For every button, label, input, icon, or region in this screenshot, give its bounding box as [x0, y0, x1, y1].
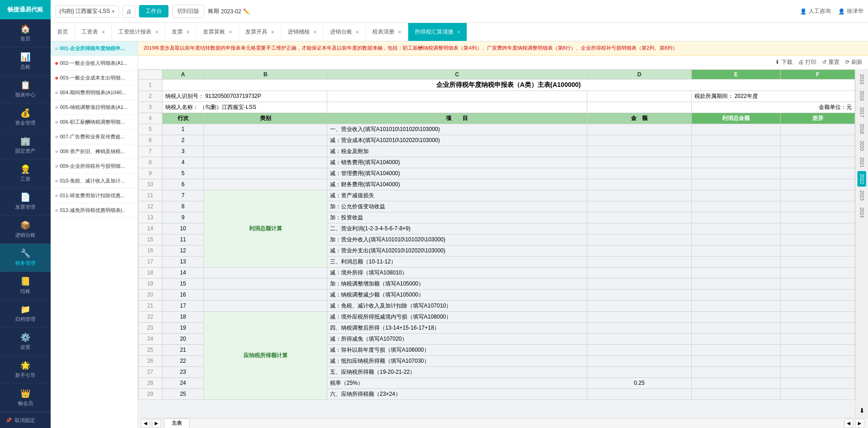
tab-income-tax-close[interactable]: ×: [457, 29, 460, 35]
sidebar-item-funds[interactable]: 💰 资金管理: [0, 103, 51, 131]
status-dot: [55, 62, 58, 65]
list-item-001-label: 001-企业所得税年度纳税申...: [60, 45, 125, 52]
sidebar-item-home[interactable]: 🏠 首页: [0, 19, 51, 47]
list-item-011-label: 011-研发费用加计扣除优惠...: [60, 192, 125, 199]
tab-invoice-close[interactable]: ×: [186, 29, 190, 35]
tab-tax-list[interactable]: 税表清册 ×: [366, 23, 408, 41]
tab-invoice[interactable]: 发票 ×: [165, 23, 197, 41]
list-item-001[interactable]: 001-企业所得税年度纳税申...: [51, 41, 138, 56]
status-dot: [55, 77, 58, 80]
download-button[interactable]: ⬇ 下载: [775, 58, 793, 66]
list-item-002[interactable]: 002-一般企业收入明细表(A1...: [51, 56, 138, 71]
sidebar-item-inout[interactable]: 📦 进销台账: [0, 216, 51, 244]
tab-salary-stats-label: 工资统计报表: [118, 28, 151, 36]
tab-income-tax[interactable]: 所得税汇算清缴 ×: [408, 23, 467, 41]
list-item-005[interactable]: 005-纳税调整项目明细表(A1...: [51, 100, 138, 115]
refresh-icon: ⟳: [845, 59, 850, 65]
user-profile[interactable]: 👤 徐泽华: [838, 7, 863, 15]
salary-icon: 👷: [20, 164, 30, 174]
list-panel: 001-企业所得税年度纳税申... 002-一般企业收入明细表(A1... 00…: [51, 41, 138, 428]
year-2018[interactable]: 2018: [857, 121, 866, 137]
tab-salary-stats[interactable]: 工资统计报表 ×: [112, 23, 165, 41]
reset-icon: ↺: [822, 59, 827, 65]
ledger-icon: 📊: [20, 52, 30, 62]
year-2016[interactable]: 2016: [857, 88, 866, 103]
sidebar-item-reports[interactable]: 📋 报表中心: [0, 75, 51, 103]
sidebar-item-assets[interactable]: 🏢 固定资产: [0, 131, 51, 160]
tab-inout-check-close[interactable]: ×: [313, 29, 317, 35]
print-icon-btn[interactable]: 🖨: [122, 5, 135, 18]
switch-version-button[interactable]: 切到旧版: [172, 5, 204, 18]
sidebar-item-archive[interactable]: 📁 归档管理: [0, 300, 51, 328]
scroll-right-btn[interactable]: ▶: [855, 419, 864, 428]
list-item-012[interactable]: 012-减免所得税优惠明细表(..: [51, 203, 138, 218]
tab-tax-list-close[interactable]: ×: [398, 29, 401, 35]
settle-icon: 📒: [20, 276, 30, 286]
year-2017[interactable]: 2017: [857, 104, 866, 120]
main-area: (勾削) 江西服宝-LSS ▾ 🖨 工作台 切到旧版 账期 2023-02 ✏️…: [51, 0, 868, 428]
sidebar-item-member[interactable]: 👑 畅会员: [0, 384, 51, 412]
sidebar-item-tax[interactable]: 🔧 税务管理: [0, 244, 51, 272]
ai-consult-btn[interactable]: 👤 人工咨询: [800, 7, 831, 15]
workspace-button[interactable]: 工作台: [139, 5, 168, 17]
sheet-prev-btn[interactable]: ◀: [141, 419, 150, 428]
tab-inout-ledger-close[interactable]: ×: [356, 29, 359, 35]
sidebar-item-settle[interactable]: 📒 结账: [0, 272, 51, 300]
table-row: 11 7 利润总额计算 减：资产减值损失: [139, 190, 855, 201]
year-2023[interactable]: 2023: [857, 188, 866, 203]
tab-invoice-open[interactable]: 发票开具 ×: [239, 23, 281, 41]
list-item-008[interactable]: 008-资产折旧、摊销及纳税...: [51, 144, 138, 159]
tab-salary-close[interactable]: ×: [102, 29, 105, 35]
list-item-011[interactable]: 011-研发费用加计扣除优惠...: [51, 188, 138, 203]
tab-inout-ledger[interactable]: 进销台账 ×: [324, 23, 366, 41]
unpin-button[interactable]: 📌 取消固定: [0, 412, 51, 428]
member-icon: 👑: [20, 388, 30, 399]
tab-salary[interactable]: 工资表 ×: [75, 23, 112, 41]
sheet-container[interactable]: A B C D E F 1 企业所: [138, 69, 855, 418]
sidebar-item-invoice[interactable]: 📄 发票管理: [0, 188, 51, 216]
list-item-006[interactable]: 006-职工薪酬纳税调整明细...: [51, 115, 138, 130]
sheet-footer: ◀ ▶ 主表 ◀ ▶: [138, 418, 868, 428]
sidebar-item-ledger[interactable]: 📊 总账: [0, 47, 51, 75]
tab-salary-stats-close[interactable]: ×: [155, 29, 158, 35]
table-row-info1: 2 纳税人识别号： 91320500703719732P 税款所属期间： 202…: [139, 91, 855, 102]
company-selector[interactable]: (勾削) 江西服宝-LSS ▾: [55, 5, 119, 17]
list-item-010-label: 010-免税、减计收入及加计...: [60, 177, 125, 184]
list-item-010[interactable]: 010-免税、减计收入及加计...: [51, 174, 138, 188]
tab-invoice-calc[interactable]: 发票算账 ×: [197, 23, 239, 41]
table-row: 10 6 减：财务费用(填写A104000): [139, 179, 855, 190]
year-expand-icon[interactable]: ⬇: [857, 405, 867, 416]
list-item-009-label: 009-企业所得税补亏损明细...: [60, 163, 125, 170]
sheet-next-btn[interactable]: ▶: [152, 419, 161, 428]
sidebar-item-salary[interactable]: 👷 工资: [0, 160, 51, 188]
list-item-003[interactable]: 003-一般企业成本支出明细...: [51, 71, 138, 86]
tab-home-label: 首页: [57, 28, 68, 36]
refresh-button[interactable]: ⟳ 刷新: [845, 58, 862, 66]
tab-invoice-calc-close[interactable]: ×: [229, 29, 232, 35]
scroll-left-btn[interactable]: ◀: [844, 419, 853, 428]
app-logo: 畅捷通易代账: [0, 0, 51, 19]
year-2020[interactable]: 2020: [857, 138, 866, 154]
list-item-007[interactable]: 007-广告费和业务宣传费超...: [51, 130, 138, 144]
sheet-tab-main[interactable]: 主表: [164, 418, 190, 428]
tab-home[interactable]: 首页: [51, 23, 75, 41]
year-2019[interactable]: 2019: [857, 71, 866, 87]
year-2021[interactable]: 2021: [857, 154, 866, 170]
col-header-A: A: [162, 69, 204, 79]
tab-invoice-open-close[interactable]: ×: [271, 29, 274, 35]
year-2024[interactable]: 2024: [857, 205, 866, 220]
list-item-009[interactable]: 009-企业所得税补亏损明细...: [51, 159, 138, 174]
sidebar-item-settings[interactable]: ⚙️ 设置: [0, 328, 51, 356]
print-button[interactable]: 🖨 打印: [798, 58, 816, 66]
reports-icon: 📋: [20, 80, 30, 90]
tab-inout-check[interactable]: 进销稽核 ×: [281, 23, 324, 41]
list-item-004-label: 004-期间费用明细表(A1040...: [60, 89, 126, 96]
period-edit-icon[interactable]: ✏️: [243, 8, 250, 15]
list-item-004[interactable]: 004-期间费用明细表(A1040...: [51, 86, 138, 100]
reset-button[interactable]: ↺ 重置: [822, 58, 839, 66]
year-2022[interactable]: 2022: [857, 171, 866, 187]
status-dot: [55, 106, 58, 109]
sidebar-item-guide[interactable]: 🌟 新手引导: [0, 356, 51, 384]
sidebar-bottom: 📌 取消固定: [0, 412, 51, 428]
table-row: 8 4 减：销售费用(填写A104000): [139, 157, 855, 168]
